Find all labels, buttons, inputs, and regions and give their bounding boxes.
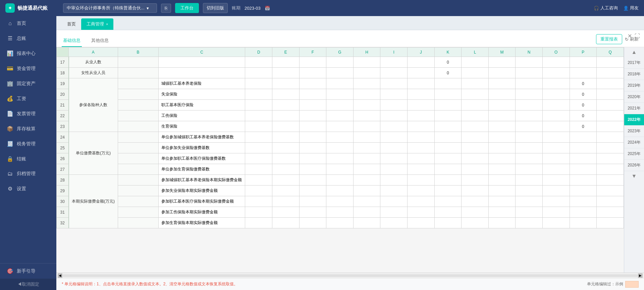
cell-k-26[interactable] bbox=[434, 153, 462, 164]
cell-p-30[interactable] bbox=[570, 196, 597, 207]
h-scroll-right-btn[interactable]: ▶ bbox=[638, 273, 643, 278]
cell-col12-30[interactable] bbox=[462, 196, 489, 207]
cell-col5-27[interactable] bbox=[272, 164, 300, 175]
cell-col6-17[interactable] bbox=[299, 57, 326, 68]
cell-c-26[interactable]: 单位参加职工基本医疗保险缴费基数 bbox=[158, 153, 245, 164]
cell-c-18[interactable] bbox=[158, 68, 245, 78]
cell-col15-24[interactable] bbox=[542, 132, 570, 143]
cell-col10-28[interactable] bbox=[408, 175, 435, 186]
cell-col14-25[interactable] bbox=[516, 143, 543, 153]
cell-col9-20[interactable] bbox=[380, 89, 408, 100]
cell-k-24[interactable] bbox=[434, 132, 462, 143]
cell-q-17[interactable] bbox=[597, 57, 624, 68]
cell-q-20[interactable] bbox=[597, 89, 624, 100]
cell-col6-31[interactable] bbox=[299, 207, 326, 218]
calendar-icon[interactable]: 📅 bbox=[265, 6, 270, 11]
cell-col4-31[interactable] bbox=[245, 207, 272, 218]
cell-col6-26[interactable] bbox=[299, 153, 326, 164]
cell-col10-30[interactable] bbox=[408, 196, 435, 207]
cell-col7-17[interactable] bbox=[326, 57, 354, 68]
cell-col9-19[interactable] bbox=[380, 78, 408, 89]
cell-p-24[interactable] bbox=[570, 132, 597, 143]
sidebar-item-reports[interactable]: 📊报表中心 bbox=[0, 46, 56, 61]
cell-col4-25[interactable] bbox=[245, 143, 272, 153]
cell-col7-20[interactable] bbox=[326, 89, 354, 100]
cell-col15-19[interactable] bbox=[542, 78, 570, 89]
sidebar-item-assets[interactable]: 🏢固定资产 bbox=[0, 76, 56, 91]
cell-k-25[interactable] bbox=[434, 143, 462, 153]
cell-col7-23[interactable] bbox=[326, 121, 354, 132]
cell-col13-23[interactable] bbox=[488, 121, 516, 132]
cell-a-17[interactable]: 从业人数 bbox=[69, 57, 118, 68]
cell-col13-19[interactable] bbox=[488, 78, 516, 89]
cell-q-31[interactable] bbox=[597, 207, 624, 218]
cell-col10-25[interactable] bbox=[408, 143, 435, 153]
cell-col5-23[interactable] bbox=[272, 121, 300, 132]
cell-q-24[interactable] bbox=[597, 132, 624, 143]
cell-col13-27[interactable] bbox=[488, 164, 516, 175]
cell-col9-21[interactable] bbox=[380, 100, 408, 111]
cell-col4-24[interactable] bbox=[245, 132, 272, 143]
cell-b-18[interactable] bbox=[118, 68, 158, 78]
cell-p-23[interactable]: 0 bbox=[570, 121, 597, 132]
cell-k-23[interactable] bbox=[434, 121, 462, 132]
cell-b-32[interactable] bbox=[118, 218, 158, 228]
cell-col8-31[interactable] bbox=[353, 207, 380, 218]
cell-col13-29[interactable] bbox=[488, 186, 516, 196]
cell-col10-18[interactable] bbox=[408, 68, 435, 78]
cell-a-28[interactable]: 本期实际缴费金额(万元) bbox=[69, 175, 118, 228]
cell-b-23[interactable] bbox=[118, 121, 158, 132]
cell-q-22[interactable] bbox=[597, 111, 624, 121]
cell-p-20[interactable]: 0 bbox=[570, 89, 597, 100]
sidebar-item-settings[interactable]: ⚙设置 bbox=[0, 181, 56, 196]
reset-report-button[interactable]: 重置报表 bbox=[596, 34, 622, 44]
cell-col4-26[interactable] bbox=[245, 153, 272, 164]
cell-col7-29[interactable] bbox=[326, 186, 354, 196]
cell-col7-32[interactable] bbox=[326, 218, 354, 228]
cell-p-22[interactable]: 0 bbox=[570, 111, 597, 121]
cell-col14-21[interactable] bbox=[516, 100, 543, 111]
cell-col9-32[interactable] bbox=[380, 218, 408, 228]
cell-k-29[interactable] bbox=[434, 186, 462, 196]
cell-col9-26[interactable] bbox=[380, 153, 408, 164]
user-item[interactable]: 👤 用友 bbox=[623, 5, 639, 11]
cell-col8-19[interactable] bbox=[353, 78, 380, 89]
cell-col9-30[interactable] bbox=[380, 196, 408, 207]
cell-col15-30[interactable] bbox=[542, 196, 570, 207]
cell-b-26[interactable] bbox=[118, 153, 158, 164]
cell-col7-22[interactable] bbox=[326, 111, 354, 121]
cell-col15-28[interactable] bbox=[542, 175, 570, 186]
cell-b-24[interactable] bbox=[118, 132, 158, 143]
cell-p-31[interactable] bbox=[570, 207, 597, 218]
cell-col8-21[interactable] bbox=[353, 100, 380, 111]
cell-c-30[interactable]: 参加职工基本医疗保险本期实际缴费金额 bbox=[158, 196, 245, 207]
cell-p-29[interactable] bbox=[570, 186, 597, 196]
cell-col6-18[interactable] bbox=[299, 68, 326, 78]
cell-col10-32[interactable] bbox=[408, 218, 435, 228]
cell-col4-21[interactable] bbox=[245, 100, 272, 111]
close-window-icon[interactable]: ✕ bbox=[628, 33, 632, 39]
cell-col9-23[interactable] bbox=[380, 121, 408, 132]
cell-col15-26[interactable] bbox=[542, 153, 570, 164]
cell-col15-32[interactable] bbox=[542, 218, 570, 228]
cell-c-28[interactable]: 参加城镇职工基本养老保险本期实际缴费金额 bbox=[158, 175, 245, 186]
cell-col5-32[interactable] bbox=[272, 218, 300, 228]
tab-industrial[interactable]: 工商管理 × bbox=[81, 18, 113, 30]
spreadsheet-container[interactable]: A B C D E F G H I J K L bbox=[56, 47, 624, 273]
cell-col15-25[interactable] bbox=[542, 143, 570, 153]
cell-col13-30[interactable] bbox=[488, 196, 516, 207]
cell-col12-24[interactable] bbox=[462, 132, 489, 143]
cell-q-25[interactable] bbox=[597, 143, 624, 153]
cell-col8-20[interactable] bbox=[353, 89, 380, 100]
sub-tab-basic[interactable]: 基础信息 bbox=[62, 35, 82, 47]
cell-col5-20[interactable] bbox=[272, 89, 300, 100]
h-scroll-left-btn[interactable]: ◀ bbox=[58, 273, 62, 278]
cell-col4-32[interactable] bbox=[245, 218, 272, 228]
cell-k-18[interactable]: 0 bbox=[434, 68, 462, 78]
cell-col8-29[interactable] bbox=[353, 186, 380, 196]
cell-q-18[interactable] bbox=[597, 68, 624, 78]
cell-c-22[interactable]: 工伤保险 bbox=[158, 111, 245, 121]
sidebar-item-close[interactable]: 🔒结账 bbox=[0, 151, 56, 166]
cell-col12-27[interactable] bbox=[462, 164, 489, 175]
cell-col9-24[interactable] bbox=[380, 132, 408, 143]
